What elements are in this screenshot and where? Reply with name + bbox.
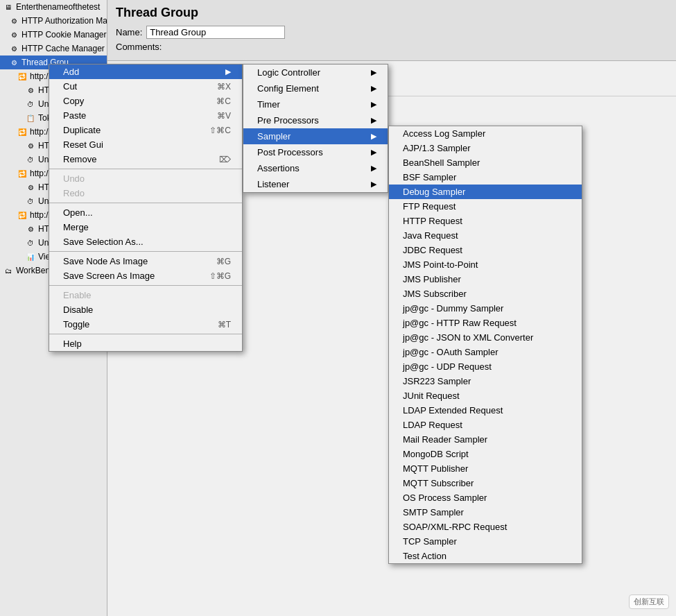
tree-icon: ⚙ (8, 15, 19, 26)
context-menu-item[interactable]: Reset Gui (49, 137, 242, 152)
submenu-item[interactable]: Assertions▶ (243, 160, 388, 176)
tree-icon: 🔁 (17, 168, 28, 179)
context-menu-item[interactable]: Paste⌘V (49, 108, 242, 123)
context-menu-item: Undo (49, 171, 242, 186)
name-input[interactable] (146, 26, 285, 39)
sampler-item[interactable]: MongoDB Script (389, 447, 582, 461)
context-menu-item[interactable]: Toggle⌘T (49, 317, 242, 332)
tree-item[interactable]: ⚙HTTP Cookie Manager (0, 28, 107, 42)
sampler-item[interactable]: BeanShell Sampler (389, 155, 582, 170)
context-menu-item[interactable]: Save Node As Image⌘G (49, 254, 242, 268)
shortcut: ⌘C (216, 96, 231, 106)
sampler-item[interactable]: MQTT Subscriber (389, 476, 582, 490)
sampler-item[interactable]: JUnit Request (389, 388, 582, 403)
sampler-item[interactable]: FTP Request (389, 199, 582, 214)
context-menu-item[interactable]: Open... (49, 205, 242, 220)
submenu-item[interactable]: Timer▶ (243, 96, 388, 112)
panel-header: Thread Group Name: Comments: (107, 0, 676, 61)
sampler-item[interactable]: Java Request (389, 228, 582, 243)
sampler-item[interactable]: MQTT Publisher (389, 461, 582, 476)
context-menu-item[interactable]: Add▶ (49, 65, 242, 79)
sampler-item[interactable]: JMS Subscriber (389, 286, 582, 301)
sampler-item[interactable]: jp@gc - JSON to XML Converter (389, 330, 582, 345)
menu-item-label: Copy (63, 96, 84, 106)
tree-icon: 📋 (25, 112, 36, 123)
submenu-item[interactable]: Listener▶ (243, 176, 388, 192)
menu-item-label: Toggle (63, 319, 89, 330)
sampler-label: jp@gc - Dummy Sampler (403, 303, 503, 314)
sampler-item[interactable]: Debug Sampler (389, 185, 582, 199)
context-menu-item[interactable]: Cut⌘X (49, 79, 242, 94)
context-menu-item: Enable (49, 288, 242, 302)
sampler-item[interactable]: OS Process Sampler (389, 490, 582, 505)
menu-item-label: Remove (63, 154, 96, 164)
menu-item-label: Merge (63, 222, 89, 232)
sampler-label: jp@gc - JSON to XML Converter (403, 332, 533, 343)
tree-item[interactable]: ⚙HTTP Authorization Manager (0, 14, 107, 28)
sampler-item[interactable]: Mail Reader Sampler (389, 432, 582, 447)
submenu-item[interactable]: Config Element▶ (243, 80, 388, 96)
context-menu-item[interactable]: Copy⌘C (49, 94, 242, 108)
menu-separator (49, 251, 242, 252)
sampler-label: Access Log Sampler (403, 128, 485, 139)
context-menu-item[interactable]: Merge (49, 220, 242, 234)
tree-label: Enterthenameofthetest (16, 2, 100, 12)
sampler-item[interactable]: JMS Publisher (389, 272, 582, 286)
arrow-icon: ▶ (371, 84, 376, 93)
submenu-label: Sampler (257, 131, 291, 142)
name-label: Name: (116, 27, 142, 37)
arrow-icon: ▶ (371, 68, 376, 77)
context-menu-item[interactable]: Remove⌦ (49, 152, 242, 166)
sampler-item[interactable]: LDAP Extended Request (389, 403, 582, 418)
tree-icon: ⚙ (25, 223, 36, 234)
sampler-item[interactable]: jp@gc - HTTP Raw Request (389, 316, 582, 330)
sampler-label: TCP Sampler (403, 536, 457, 547)
menu-separator (49, 203, 242, 203)
sampler-label: AJP/1.3 Sampler (403, 143, 471, 153)
sampler-item[interactable]: jp@gc - Dummy Sampler (389, 301, 582, 316)
sampler-item[interactable]: AJP/1.3 Sampler (389, 141, 582, 155)
sampler-item[interactable]: TCP Sampler (389, 534, 582, 549)
sampler-label: MQTT Subscriber (403, 478, 474, 488)
tree-icon: ⏱ (25, 237, 36, 248)
tree-icon: ⏱ (25, 154, 36, 165)
submenu-item[interactable]: Post Processors▶ (243, 144, 388, 160)
sampler-item[interactable]: JSR223 Sampler (389, 374, 582, 388)
sampler-label: MQTT Publisher (403, 463, 468, 474)
sampler-item[interactable]: jp@gc - OAuth Sampler (389, 345, 582, 359)
submenu-item[interactable]: Sampler▶ (243, 128, 388, 144)
context-menu-item[interactable]: Help (49, 336, 242, 351)
name-row: Name: (116, 26, 668, 39)
sampler-item[interactable]: Test Action (389, 549, 582, 563)
submenu-label: Listener (257, 179, 289, 189)
arrow-icon: ▶ (371, 116, 376, 125)
sampler-item[interactable]: LDAP Request (389, 418, 582, 432)
sampler-label: JMS Subscriber (403, 289, 467, 299)
menu-item-label: Duplicate (63, 125, 101, 135)
sampler-item[interactable]: HTTP Request (389, 214, 582, 228)
context-menu-item[interactable]: Save Screen As Image⇧⌘G (49, 268, 242, 283)
sampler-item[interactable]: JDBC Request (389, 243, 582, 257)
sampler-item[interactable]: BSF Sampler (389, 170, 582, 185)
context-menu-item[interactable]: Disable (49, 302, 242, 317)
arrow-icon: ▶ (371, 148, 376, 157)
context-menu-item[interactable]: Duplicate⇧⌘C (49, 123, 242, 137)
comments-label: Comments: (116, 42, 162, 52)
submenu-item[interactable]: Logic Controller▶ (243, 65, 388, 80)
submenu-item[interactable]: Pre Processors▶ (243, 112, 388, 128)
sampler-item[interactable]: SOAP/XML-RPC Request (389, 520, 582, 534)
shortcut: ⇧⌘C (209, 126, 231, 135)
sampler-item[interactable]: SMTP Sampler (389, 505, 582, 520)
add-submenu: Logic Controller▶Config Element▶Timer▶Pr… (243, 64, 388, 193)
sampler-label: JMS Point-to-Point (403, 259, 478, 270)
tree-item[interactable]: 🖥Enterthenameofthetest (0, 0, 107, 14)
sampler-label: JDBC Request (403, 245, 462, 255)
context-menu-item[interactable]: Save Selection As... (49, 234, 242, 249)
menu-separator (49, 285, 242, 286)
tree-label: HTTP Cache Manager (21, 44, 105, 53)
tree-item[interactable]: ⚙HTTP Cache Manager (0, 42, 107, 55)
sampler-item[interactable]: Access Log Sampler (389, 126, 582, 141)
tree-icon: ⚙ (25, 182, 36, 193)
sampler-item[interactable]: jp@gc - UDP Request (389, 359, 582, 374)
sampler-item[interactable]: JMS Point-to-Point (389, 257, 582, 272)
